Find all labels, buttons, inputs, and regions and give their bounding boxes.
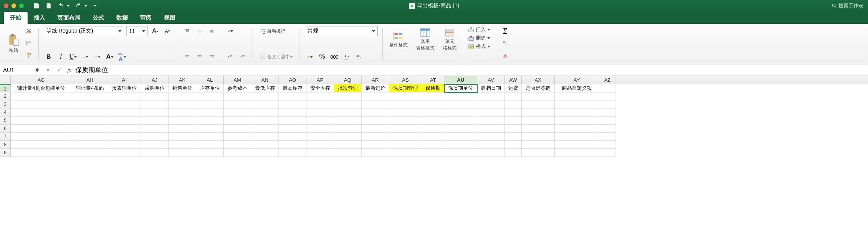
tab-home[interactable]: 开始 — [4, 12, 28, 24]
minimize-window[interactable] — [11, 3, 16, 8]
cell[interactable] — [279, 92, 306, 100]
cell[interactable]: 辅计量4是否包装单位 — [11, 84, 72, 92]
cell[interactable] — [169, 109, 196, 117]
currency-button[interactable] — [305, 52, 315, 62]
cell[interactable] — [422, 92, 444, 100]
cell[interactable] — [522, 141, 555, 149]
cell[interactable] — [389, 133, 422, 141]
decrease-indent-button[interactable] — [225, 52, 235, 62]
cell[interactable]: 销售单位 — [169, 84, 196, 92]
cell[interactable] — [11, 117, 72, 125]
cell[interactable] — [444, 92, 477, 100]
cell[interactable] — [477, 117, 505, 125]
cell[interactable] — [334, 117, 362, 125]
cell[interactable] — [251, 149, 279, 157]
cell[interactable] — [251, 133, 279, 141]
tab-insert[interactable]: 插入 — [28, 12, 51, 24]
cell[interactable] — [334, 133, 362, 141]
row-header[interactable]: 8 — [0, 141, 11, 149]
merge-center-button[interactable]: 合并后居中 — [257, 52, 295, 62]
delete-cells-button[interactable]: 删除 — [468, 35, 490, 41]
cell[interactable] — [422, 109, 444, 117]
cell[interactable] — [555, 109, 599, 117]
column-header-AH[interactable]: AH — [72, 76, 108, 84]
cell[interactable]: 安全库存 — [306, 84, 334, 92]
cell[interactable] — [224, 133, 251, 141]
decrease-decimal-button[interactable]: .00.0 — [354, 52, 364, 62]
increase-indent-button[interactable] — [237, 52, 247, 62]
cell[interactable] — [108, 133, 141, 141]
cell[interactable] — [141, 100, 169, 109]
cell[interactable] — [477, 100, 505, 109]
cell[interactable] — [422, 125, 444, 133]
row-header[interactable]: 3 — [0, 100, 11, 109]
row-header[interactable]: 7 — [0, 133, 11, 141]
cell[interactable] — [72, 92, 108, 100]
align-middle-button[interactable] — [195, 26, 205, 36]
column-header-AK[interactable]: AK — [169, 76, 196, 84]
cell[interactable] — [279, 133, 306, 141]
cell[interactable]: 辅计量4条码 — [72, 84, 108, 92]
cell[interactable] — [11, 133, 72, 141]
cell[interactable] — [389, 117, 422, 125]
column-header-AZ[interactable]: AZ — [599, 76, 616, 84]
font-name-combo[interactable]: 等线 Regular (正文) — [44, 26, 124, 36]
cell[interactable]: 采购单位 — [141, 84, 169, 92]
cell[interactable] — [389, 125, 422, 133]
cell[interactable] — [108, 125, 141, 133]
orientation-button[interactable]: ab — [225, 26, 235, 36]
cell[interactable]: 建档日期 — [477, 84, 505, 92]
search-sheet[interactable]: 搜索工作表 — [832, 2, 863, 9]
cell[interactable] — [251, 117, 279, 125]
clear-button[interactable] — [500, 51, 510, 61]
cell[interactable] — [362, 149, 389, 157]
cell[interactable] — [169, 117, 196, 125]
bold-button[interactable]: B — [44, 52, 54, 62]
cell[interactable] — [599, 84, 616, 92]
row-header[interactable]: 2 — [0, 92, 11, 100]
cell[interactable] — [362, 133, 389, 141]
cell[interactable]: 库存单位 — [196, 84, 224, 92]
cell[interactable] — [477, 149, 505, 157]
column-header-AY[interactable]: AY — [555, 76, 599, 84]
cell[interactable] — [505, 100, 522, 109]
name-box[interactable]: AU1 — [0, 64, 42, 76]
enter-formula-button[interactable]: ✓ — [54, 67, 65, 73]
cell[interactable] — [196, 117, 224, 125]
cell[interactable] — [522, 109, 555, 117]
cell[interactable] — [279, 100, 306, 109]
cell[interactable] — [362, 92, 389, 100]
cell[interactable]: 保质期 — [422, 84, 444, 92]
cell[interactable] — [389, 100, 422, 109]
column-header-AS[interactable]: AS — [389, 76, 422, 84]
cell[interactable]: 最低库存 — [251, 84, 279, 92]
cell[interactable] — [505, 109, 522, 117]
format-cells-button[interactable]: 格式 — [468, 43, 490, 50]
cell[interactable] — [599, 100, 616, 109]
column-header-AM[interactable]: AM — [224, 76, 251, 84]
phonetic-button[interactable]: abcA — [117, 52, 127, 62]
cell[interactable] — [196, 125, 224, 133]
wrap-text-button[interactable]: 自动换行 — [257, 26, 287, 36]
column-header-AG[interactable]: AG — [11, 76, 72, 84]
cell[interactable]: 批次管理 — [334, 84, 362, 92]
font-color-button[interactable]: A — [105, 52, 115, 62]
cell[interactable] — [505, 125, 522, 133]
cell[interactable] — [334, 149, 362, 157]
cell[interactable] — [444, 100, 477, 109]
column-header-AU[interactable]: AU — [444, 76, 477, 84]
cell[interactable] — [196, 92, 224, 100]
align-left-button[interactable] — [182, 52, 192, 62]
cell[interactable] — [389, 149, 422, 157]
cell[interactable] — [306, 125, 334, 133]
cell[interactable] — [224, 100, 251, 109]
align-right-button[interactable] — [207, 52, 217, 62]
cell[interactable] — [224, 125, 251, 133]
tab-data[interactable]: 数据 — [110, 12, 134, 24]
cell[interactable] — [251, 100, 279, 109]
cell[interactable] — [72, 141, 108, 149]
spreadsheet-grid[interactable]: AGAHAIAJAKALAMANAOAPAQARASATAUAVAWAXAYAZ… — [0, 76, 868, 157]
cut-button[interactable] — [24, 26, 34, 36]
cell[interactable]: 最高库存 — [279, 84, 306, 92]
percent-button[interactable]: % — [317, 52, 327, 62]
